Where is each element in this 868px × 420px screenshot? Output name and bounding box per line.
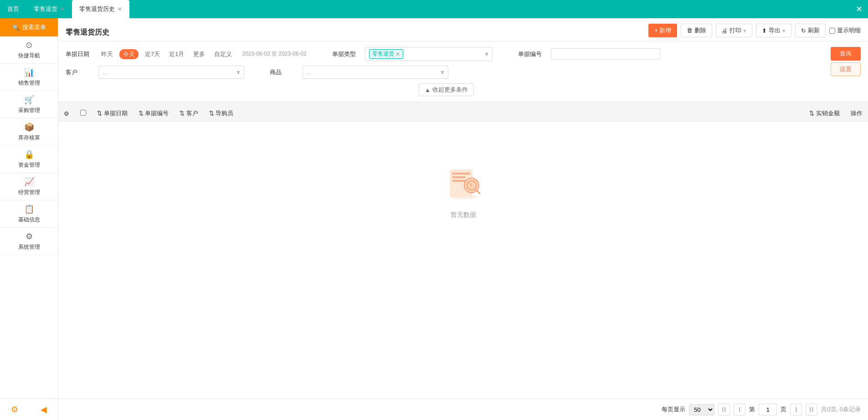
th-checkbox[interactable] xyxy=(75,106,92,122)
filter-row-1: 单据日期 昨天 今天 近7天 近1月 更多 自定义 2023-06-02 至 2… xyxy=(66,47,827,61)
svg-rect-3 xyxy=(452,176,466,178)
type-tag-close[interactable]: ✕ xyxy=(395,51,400,57)
business-icon: 📈 xyxy=(24,177,34,187)
export-icon: ⬆ xyxy=(762,27,767,34)
collapse-label: 收起更多条件 xyxy=(432,86,468,94)
gear-icon[interactable]: ⚙ xyxy=(64,110,69,117)
settings-bottom-icon[interactable]: ⚙ xyxy=(11,405,18,415)
th-action-label: 操作 xyxy=(851,110,863,117)
filter-fields: 单据日期 昨天 今天 近7天 近1月 更多 自定义 2023-06-02 至 2… xyxy=(66,47,827,96)
filter-area: 单据日期 昨天 今天 近7天 近1月 更多 自定义 2023-06-02 至 2… xyxy=(58,41,868,102)
page-size-select[interactable]: 50 100 200 xyxy=(689,404,714,415)
tab-list: 首页 零售退货 ✕ 零售退货历史 ✕ xyxy=(0,0,850,18)
voucher-filter-input[interactable] xyxy=(551,48,660,60)
th-date-label: ⇅ 单据日期 xyxy=(97,110,128,117)
sidebar-item-finance-label: 资金管理 xyxy=(18,161,40,169)
prev-page-button[interactable]: ⟨ xyxy=(734,404,745,415)
customer-filter-label: 客户 xyxy=(66,68,91,77)
sidebar-item-quick-nav[interactable]: ⊙ 快捷导航 xyxy=(0,36,58,64)
settings-filter-button[interactable]: 设置 xyxy=(831,62,861,76)
new-button[interactable]: + 新增 xyxy=(648,24,677,37)
svg-line-7 xyxy=(476,190,480,194)
sidebar: 🔍 搜索菜单 ⊙ 快捷导航 📊 销售管理 🛒 采购管理 📦 库存核算 🔒 xyxy=(0,18,58,420)
sidebar-item-basic-info[interactable]: 📋 基础信息 xyxy=(0,200,58,228)
page-size-label: 每页显示 xyxy=(662,405,685,414)
date-range-display: 2023-06-02 至 2023-06-02 xyxy=(242,50,306,58)
type-tag-retail-return: 零售退货 ✕ xyxy=(369,49,403,59)
basic-info-icon: 📋 xyxy=(24,204,34,214)
type-select-chevron: ▾ xyxy=(485,50,488,58)
sidebar-item-purchase-mgmt[interactable]: 🛒 采购管理 xyxy=(0,91,58,118)
th-date: ⇅ 单据日期 xyxy=(92,106,133,122)
th-guide-label: ⇅ 导购员 xyxy=(209,110,234,117)
goods-placeholder: ... xyxy=(307,69,312,76)
purchase-mgmt-icon: 🛒 xyxy=(24,95,34,105)
sidebar-item-finance[interactable]: 🔒 资金管理 xyxy=(0,146,58,173)
top-bar: 首页 零售退货 ✕ 零售退货历史 ✕ ✕ xyxy=(0,0,868,18)
date-opt-custom[interactable]: 自定义 xyxy=(211,49,235,59)
content-area: 零售退货历史 + 新增 🗑 删除 🖨 🖨 打印 打印 ▾ ⬆ 导出 ▾ ↻ ↻ … xyxy=(58,18,868,420)
date-opt-1month[interactable]: 近1月 xyxy=(166,49,187,59)
sidebar-item-inventory-label: 库存核算 xyxy=(18,134,40,142)
sidebar-bottom: ⚙ ◀ xyxy=(0,398,58,420)
table-header: ⚙ ⇅ 单据日期 ⇅ 单据编号 ⇅ 客户 xyxy=(58,106,868,122)
tab-home-label: 首页 xyxy=(7,5,19,13)
table-container: ⚙ ⇅ 单据日期 ⇅ 单据编号 ⇅ 客户 xyxy=(58,106,868,399)
sidebar-item-sales-mgmt[interactable]: 📊 销售管理 xyxy=(0,64,58,91)
next-page-button[interactable]: ⟩ xyxy=(790,404,802,415)
select-all-checkbox[interactable] xyxy=(80,110,86,116)
empty-illustration: ? xyxy=(441,158,486,204)
type-filter-select[interactable]: 零售退货 ✕ ▾ xyxy=(365,47,493,61)
type-tag-label: 零售退货 xyxy=(372,50,394,58)
th-voucher-no-label: ⇅ 单据编号 xyxy=(139,110,169,117)
type-filter-tags: 零售退货 ✕ xyxy=(369,49,403,59)
sidebar-search[interactable]: 🔍 搜索菜单 xyxy=(0,18,58,36)
sidebar-item-inventory[interactable]: 📦 库存核算 xyxy=(0,118,58,146)
collapse-button[interactable]: ▲ 收起更多条件 xyxy=(419,83,474,96)
tab-home[interactable]: 首页 xyxy=(0,0,26,18)
tab-retail-return-history[interactable]: 零售退货历史 ✕ xyxy=(72,0,129,18)
sidebar-item-system-mgmt[interactable]: ⚙ 系统管理 xyxy=(0,228,58,255)
type-filter-label: 单据类型 xyxy=(332,50,358,58)
date-opt-7days[interactable]: 近7天 xyxy=(142,49,163,59)
date-opt-today[interactable]: 今天 xyxy=(119,49,139,59)
refresh-button[interactable]: ↻ ↻ 刷新 刷新 xyxy=(795,24,826,37)
table-body: ? 暂无数据 xyxy=(58,122,868,256)
sidebar-item-business[interactable]: 📈 经营管理 xyxy=(0,173,58,200)
right-filter-actions: 查询 设置 xyxy=(831,47,861,76)
filter-row-2: 客户 ... ▾ 商品 ... ▾ xyxy=(66,66,827,79)
sidebar-search-label: 搜索菜单 xyxy=(22,23,46,31)
empty-text: 暂无数据 xyxy=(451,211,476,219)
sidebar-item-system-mgmt-label: 系统管理 xyxy=(18,243,40,251)
tab-retail-return-history-close[interactable]: ✕ xyxy=(118,6,122,12)
tab-retail-return-close[interactable]: ✕ xyxy=(60,6,65,12)
page-actions: + 新增 🗑 删除 🖨 🖨 打印 打印 ▾ ⬆ 导出 ▾ ↻ ↻ 刷新 刷新 xyxy=(648,24,861,41)
delete-button[interactable]: 🗑 删除 xyxy=(681,24,712,37)
customer-select-chevron: ▾ xyxy=(236,68,240,77)
goods-filter-select[interactable]: ... ▾ xyxy=(303,66,448,79)
date-opt-yesterday[interactable]: 昨天 xyxy=(98,49,116,59)
show-detail-checkbox[interactable] xyxy=(829,28,835,34)
first-page-button[interactable]: ⟨⟨ xyxy=(718,404,730,415)
date-opt-more[interactable]: 更多 xyxy=(190,49,208,59)
sidebar-item-purchase-mgmt-label: 采购管理 xyxy=(18,107,40,114)
last-page-button[interactable]: ⟩⟩ xyxy=(806,404,817,415)
goods-filter-label: 商品 xyxy=(270,68,295,77)
sales-mgmt-icon: 📊 xyxy=(24,67,34,77)
page-number-input[interactable]: 1 xyxy=(759,404,777,415)
customer-filter-select[interactable]: ... ▾ xyxy=(98,66,244,79)
goods-select-chevron: ▾ xyxy=(441,68,444,77)
show-detail-checkbox-label[interactable]: 显示明细 xyxy=(829,26,861,35)
total-info: 共0页, 0条记录 xyxy=(821,405,861,414)
th-customer-label: ⇅ 客户 xyxy=(180,110,198,117)
query-button[interactable]: 查询 xyxy=(831,47,861,61)
window-close-button[interactable]: ✕ xyxy=(850,0,868,18)
collapse-sidebar-icon[interactable]: ◀ xyxy=(41,405,47,415)
th-gear[interactable]: ⚙ xyxy=(58,106,75,122)
sidebar-item-basic-info-label: 基础信息 xyxy=(18,216,40,224)
th-spacer xyxy=(239,106,804,122)
export-button[interactable]: ⬆ 导出 ▾ xyxy=(756,24,791,37)
print-button[interactable]: 🖨 🖨 打印 打印 ▾ xyxy=(716,24,752,37)
tab-retail-return[interactable]: 零售退货 ✕ xyxy=(26,0,72,18)
th-amount: ⇅ 实销金额 xyxy=(804,106,845,122)
